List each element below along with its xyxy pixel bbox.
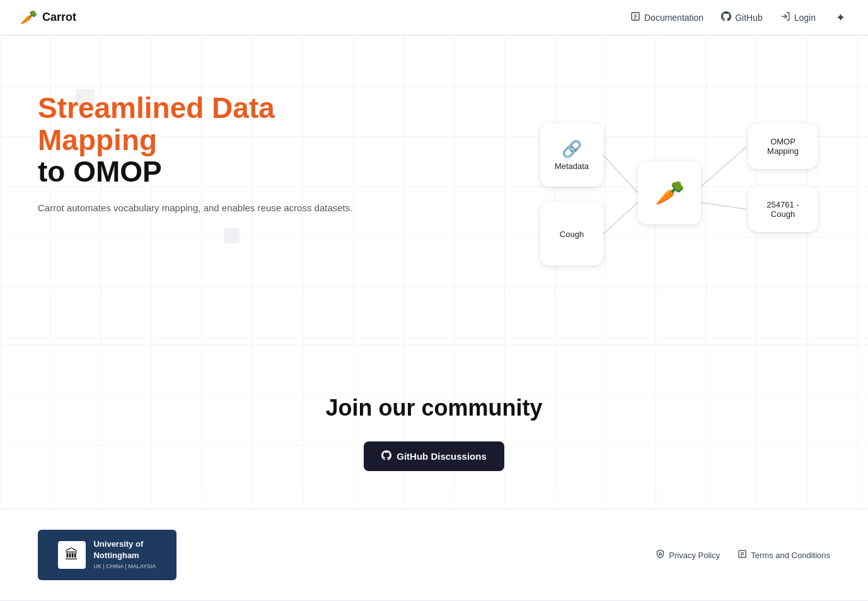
documentation-label: Documentation: [644, 13, 703, 23]
footer-links: Privacy Policy Terms and Conditions: [656, 549, 830, 561]
footer-top: 🏛 University of Nottingham UK | CHINA | …: [0, 509, 868, 600]
theme-toggle-button[interactable]: ✦: [833, 8, 848, 27]
svg-line-8: [701, 202, 747, 209]
university-logo-inner: 🏛 University of Nottingham UK | CHINA | …: [48, 531, 166, 579]
terms-conditions-label: Terms and Conditions: [751, 551, 830, 560]
doc2-icon: [738, 549, 747, 561]
omop-card: OMOP Mapping: [748, 124, 818, 169]
university-countries: UK | CHINA | MALAYSIA: [93, 563, 156, 569]
university-emblem: 🏛: [58, 541, 86, 569]
cough-label: Cough: [560, 230, 584, 239]
github-discussions-button[interactable]: GitHub Discussions: [364, 441, 504, 471]
university-name: University of Nottingham: [93, 539, 156, 561]
community-title: Join our community: [25, 395, 843, 421]
github-link[interactable]: GitHub: [721, 11, 763, 24]
svg-line-7: [701, 146, 747, 187]
carrot-logo-icon: 🥕: [20, 9, 37, 26]
carrot-center-card: 🥕: [638, 161, 701, 225]
login-label: Login: [794, 13, 816, 23]
university-logo: 🏛 University of Nottingham UK | CHINA | …: [38, 530, 176, 580]
svg-point-9: [659, 553, 662, 556]
hero-subtitle: Carrot automates vocabulary mapping, and…: [38, 201, 366, 216]
metadata-icon: 🔗: [562, 139, 582, 159]
hero-content: Streamlined Data Mapping to OMOP Carrot …: [0, 35, 868, 344]
hero-title-orange: Streamlined Data Mapping: [38, 92, 366, 156]
hero-diagram: 🔗 Metadata Cough 🥕 OMOP Mapping 254761 -…: [540, 86, 830, 306]
terms-conditions-link[interactable]: Terms and Conditions: [738, 549, 830, 561]
github-discussions-label: GitHub Discussions: [396, 451, 487, 462]
254761-card: 254761 - Cough: [748, 187, 818, 232]
254761-label: 254761 - Cough: [767, 200, 799, 219]
university-text: University of Nottingham UK | CHINA | MA…: [93, 539, 156, 571]
carrot-center-icon: 🥕: [655, 179, 685, 207]
svg-line-5: [603, 155, 638, 193]
hero-section: Streamlined Data Mapping to OMOP Carrot …: [0, 35, 868, 344]
doc-icon: [630, 11, 640, 24]
login-icon: [780, 11, 790, 24]
logo-text: Carrot: [42, 11, 76, 24]
navbar: 🥕 Carrot Documentation GitHub Login ✦: [0, 0, 868, 35]
logo[interactable]: 🥕 Carrot: [20, 9, 76, 26]
nav-links: Documentation GitHub Login ✦: [630, 8, 848, 27]
metadata-label: Metadata: [555, 161, 589, 171]
privacy-policy-link[interactable]: Privacy Policy: [656, 549, 720, 561]
sun-icon: ✦: [836, 11, 845, 24]
community-grid-bg: [0, 344, 868, 509]
cough-card: Cough: [540, 202, 603, 265]
omop-label: OMOP Mapping: [767, 137, 799, 156]
privacy-policy-label: Privacy Policy: [669, 551, 720, 560]
github-label: GitHub: [735, 13, 763, 23]
shield-icon: [656, 549, 665, 561]
github-discussions-icon: [381, 450, 391, 462]
login-link[interactable]: Login: [780, 11, 816, 24]
community-section: Join our community GitHub Discussions: [0, 344, 868, 509]
metadata-card: 🔗 Metadata: [540, 124, 603, 187]
svg-line-6: [603, 202, 638, 234]
hero-text: Streamlined Data Mapping to OMOP Carrot …: [38, 86, 366, 216]
documentation-link[interactable]: Documentation: [630, 11, 703, 24]
github-icon: [721, 11, 731, 24]
hero-title-black: to OMOP: [38, 156, 366, 188]
